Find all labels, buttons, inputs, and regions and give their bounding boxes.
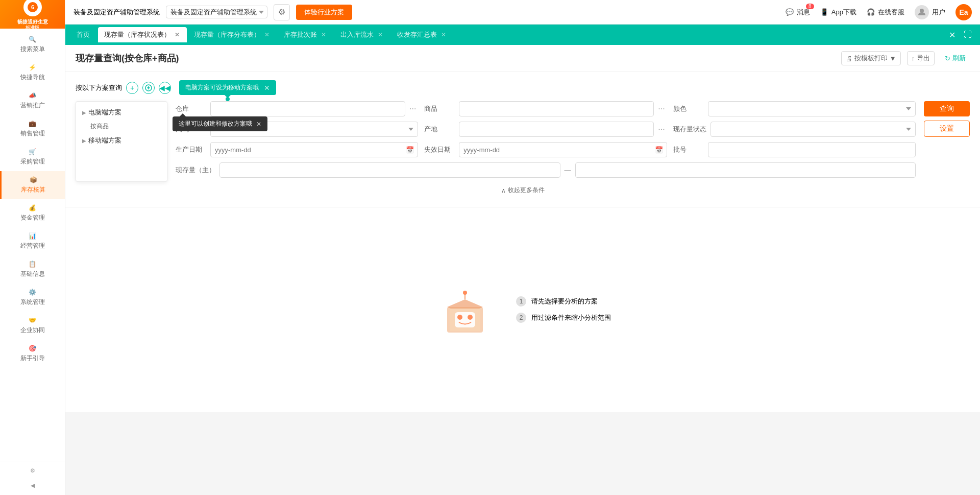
sidebar-item-label: 营销推广: [20, 101, 45, 110]
filter-warehouse: 仓库 ···: [176, 101, 418, 116]
tab-close-all[interactable]: ✕: [947, 28, 958, 42]
tab-batch-account[interactable]: 库存批次账 ✕: [278, 27, 333, 42]
origin-input[interactable]: [459, 122, 654, 137]
warehouse-input[interactable]: [210, 101, 405, 116]
app-logo: 6 畅捷通好生意 标准版: [0, 0, 65, 29]
message-button[interactable]: 💬 消息 8: [786, 8, 810, 17]
tabbar-right: ✕ ⛶: [947, 28, 976, 42]
inventory-qty-min[interactable]: [219, 162, 560, 178]
reset-button[interactable]: 设置: [924, 121, 970, 137]
plan-sub-item[interactable]: 按商品: [76, 120, 167, 133]
svg-point-8: [457, 315, 462, 320]
tab-close-inventory-status[interactable]: ✕: [174, 31, 181, 39]
gear-icon: ⚙️: [29, 289, 36, 296]
tab-close-batch-account[interactable]: ✕: [320, 31, 327, 39]
sidebar-item-basicinfo[interactable]: 📋 基础信息: [0, 255, 65, 284]
sidebar-item-collab[interactable]: 🤝 企业协同: [0, 312, 65, 340]
tooltip2-arrow: [180, 113, 186, 116]
app-download-label: App下载: [831, 8, 856, 17]
tab-close-flow[interactable]: ✕: [377, 31, 384, 39]
expire-date-input[interactable]: [459, 142, 667, 157]
app-download-button[interactable]: 📱 App下载: [820, 8, 856, 17]
warehouse-dots[interactable]: ···: [407, 104, 418, 113]
sidebar-item-guide[interactable]: 🎯 新手引导: [0, 340, 65, 368]
expand-icon: ▶: [82, 110, 86, 115]
tab-summary[interactable]: 收发存汇总表 ✕: [391, 27, 453, 42]
sidebar-item-purchase[interactable]: 🛒 采购管理: [0, 143, 65, 171]
settings-button[interactable]: ⚙: [274, 4, 290, 20]
batch-input[interactable]: [708, 142, 916, 157]
tab-label: 库存批次账: [284, 30, 317, 39]
calendar-icon2[interactable]: 📅: [655, 146, 663, 154]
sidebar-item-label: 销售管理: [20, 129, 45, 138]
expand-icon2: ▶: [82, 138, 86, 144]
tab-inventory-status[interactable]: 现存量（库存状况表） ✕: [98, 27, 187, 42]
clipboard-icon: 📋: [29, 261, 36, 268]
system-selector[interactable]: 装备及固定资产辅助管理系统: [166, 6, 267, 18]
filter-row1: 仓库 ··· 商品 ···: [176, 101, 916, 116]
tooltip2-close[interactable]: ✕: [256, 121, 261, 128]
filter-form: 仓库 ··· 商品 ···: [176, 101, 916, 182]
sidebar-item-quicknav[interactable]: ⚡ 快捷导航: [0, 59, 65, 87]
handshake-icon: 🤝: [29, 317, 36, 324]
tab-close-inventory-dist[interactable]: ✕: [263, 31, 271, 39]
plan-tooltip1: 电脑方案可设为移动方案哦 ✕: [179, 80, 276, 95]
edit-plan-button[interactable]: [142, 82, 155, 94]
sidebar-item-label: 系统管理: [20, 298, 45, 307]
produce-date-input[interactable]: [210, 142, 418, 157]
sidebar-item-label: 采购管理: [20, 157, 45, 166]
range-separator: —: [565, 167, 571, 174]
user-label: 用户: [932, 8, 945, 17]
svg-point-11: [463, 291, 467, 295]
product-input[interactable]: [459, 101, 654, 116]
box-icon: 📦: [30, 176, 37, 183]
product-dots[interactable]: ···: [656, 104, 667, 113]
origin-dots[interactable]: ···: [656, 125, 667, 134]
tab-inventory-dist[interactable]: 现存量（库存分布表） ✕: [188, 27, 277, 42]
prev-plan-button[interactable]: ◀◀: [159, 82, 171, 94]
filter-expire-date: 失效日期 📅: [424, 142, 667, 157]
industry-plan-button[interactable]: 体验行业方案: [296, 5, 352, 20]
sidebar-item-label: 基础信息: [20, 270, 45, 278]
tab-label: 出入库流水: [340, 30, 374, 39]
tab-close-summary[interactable]: ✕: [440, 31, 447, 39]
tab-flow[interactable]: 出入库流水 ✕: [334, 27, 390, 42]
briefcase-icon: 💼: [29, 120, 36, 127]
tab-home[interactable]: 首页: [69, 27, 97, 42]
sidebar-item-inventory[interactable]: 📦 库存核算: [0, 171, 65, 199]
export-button[interactable]: ↑ 导出: [907, 51, 935, 65]
sidebar-item-label: 搜索菜单: [20, 45, 45, 54]
inventory-status-select[interactable]: [710, 122, 916, 137]
sidebar-collapse[interactable]: ◀: [29, 480, 37, 491]
sidebar-settings[interactable]: ⚙: [28, 465, 37, 476]
filter-color: 颜色: [673, 101, 916, 116]
sidebar-item-system[interactable]: ⚙️ 系统管理: [0, 284, 65, 312]
plan-tree-mobile[interactable]: ▶ 移动端方案: [76, 133, 167, 148]
hint1-num: 1: [516, 296, 526, 307]
home-label: 首页: [77, 30, 90, 39]
plan-tree-desktop[interactable]: ▶ 电脑端方案: [76, 105, 167, 120]
sidebar-item-finance[interactable]: 💰 资金管理: [0, 199, 65, 227]
online-support-button[interactable]: 🎧 在线客服: [867, 8, 904, 17]
print-button[interactable]: 🖨 按模板打印 ▼: [841, 51, 901, 65]
inventory-qty-max[interactable]: [575, 162, 916, 178]
search-button[interactable]: 查询: [924, 101, 970, 116]
tab-fullscreen[interactable]: ⛶: [962, 28, 974, 41]
refresh-button[interactable]: ↻ 刷新: [941, 52, 970, 65]
sidebar-item-marketing[interactable]: 📣 营销推广: [0, 87, 65, 115]
tooltip1-close[interactable]: ✕: [264, 84, 270, 92]
hint2-text: 用过滤条件来缩小分析范围: [531, 313, 611, 322]
sidebar-item-operations[interactable]: 📊 经营管理: [0, 227, 65, 255]
tabbar: 首页 现存量（库存状况表） ✕ 现存量（库存分布表） ✕ 库存批次账 ✕ 出入库…: [65, 25, 980, 45]
produce-date-input-group: 📅: [210, 142, 418, 157]
color-select[interactable]: [708, 101, 916, 116]
sidebar-item-search[interactable]: 🔍 搜索菜单: [0, 31, 65, 59]
calendar-icon[interactable]: 📅: [406, 146, 414, 154]
add-plan-button[interactable]: +: [126, 82, 138, 94]
user-menu[interactable]: 用户: [915, 5, 945, 19]
warehouse-input-group: ···: [210, 101, 418, 116]
sidebar-item-sales[interactable]: 💼 销售管理: [0, 115, 65, 143]
filter-produce-date: 生产日期 📅: [176, 142, 418, 157]
filter-batch: 批号: [673, 142, 916, 157]
collapse-filter-button[interactable]: ∧ 收起更多条件: [76, 182, 970, 199]
